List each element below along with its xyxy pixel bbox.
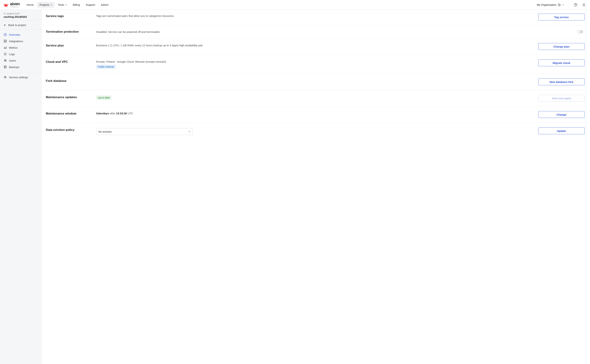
svg-rect-14 — [4, 40, 5, 41]
sidebar-item-label: Users — [9, 59, 16, 62]
termination-toggle[interactable] — [577, 30, 583, 33]
nav-admin[interactable]: Admin — [99, 2, 111, 8]
arrow-left-icon — [4, 24, 7, 26]
chevron-down-icon — [65, 4, 67, 6]
row-title: Maintenance updates — [46, 95, 96, 99]
row-desc: Europe, Poland - Google Cloud: Warsaw (e… — [96, 59, 538, 69]
sidebar-item-integrations[interactable]: Integrations — [0, 38, 42, 44]
maint-time: 13:33:30 — [116, 112, 127, 115]
row-fork-database: Fork database New database fork — [46, 74, 585, 90]
sidebar-item-label: Metrics — [9, 46, 18, 49]
tag-service-button[interactable]: Tag service — [538, 14, 585, 20]
svg-rect-6 — [559, 5, 560, 6]
row-title: Service plan — [46, 43, 96, 47]
sidebar-item-overview[interactable]: Overview — [0, 31, 42, 38]
eviction-select[interactable]: No eviction — [96, 128, 193, 135]
public-internet-badge: Public internet — [96, 65, 116, 69]
svg-point-21 — [5, 60, 5, 60]
row-data-eviction: Data eviction policy No eviction Update — [46, 123, 585, 140]
nav-home[interactable]: Home — [24, 2, 36, 8]
change-window-button[interactable]: Change — [538, 111, 585, 118]
migrate-cloud-button[interactable]: Migrate cloud — [538, 59, 585, 66]
sidebar-item-label: Service settings — [9, 76, 28, 79]
sidebar-item-backups[interactable]: Backups — [0, 64, 42, 70]
sidebar-item-service-settings[interactable]: Service settings — [0, 74, 42, 80]
svg-point-10 — [576, 5, 576, 6]
nav-support[interactable]: Support — [83, 2, 98, 8]
cloud-region: Europe, Poland - Google Cloud: Warsaw (e… — [96, 60, 534, 63]
sidebar-item-users[interactable]: Users — [0, 57, 42, 64]
sidebar-nav: Overview Integrations Metrics Logs — [0, 30, 42, 72]
row-termination-protection: Termination protection Disabled. Service… — [46, 25, 585, 39]
sidebar: project-2c67 caching-251d0202 Back to pr… — [0, 10, 42, 364]
row-maintenance-window: Maintenance window Saturdays after 13:33… — [46, 106, 585, 123]
svg-point-22 — [6, 60, 6, 60]
row-maintenance-updates: Maintenance updates Up-to-date View and … — [46, 90, 585, 106]
help-icon — [574, 3, 577, 7]
top-nav: aiven CONSOLE Home Projects Tools Billin… — [0, 0, 590, 10]
building-icon — [558, 3, 561, 6]
nav-projects[interactable]: Projects — [37, 2, 55, 8]
help-button[interactable] — [572, 2, 579, 8]
topnav-right: My Organization — [535, 2, 587, 8]
user-icon — [582, 3, 586, 7]
project-line: project-2c67 — [4, 12, 38, 15]
row-desc: Saturdays after 13:33:30 UTC — [96, 111, 538, 115]
svg-point-3 — [5, 5, 5, 5]
maint-after: after — [109, 112, 116, 115]
sidebar-header: project-2c67 caching-251d0202 — [0, 10, 42, 20]
row-title: Data eviction policy — [46, 127, 96, 132]
gauge-icon — [4, 33, 7, 36]
sidebar-settings-section: Service settings — [0, 72, 42, 82]
row-desc: Tags are name/value pairs that allow you… — [96, 14, 538, 17]
change-plan-button[interactable]: Change plan — [538, 43, 585, 50]
chevron-down-icon — [188, 130, 190, 133]
row-cloud-vpc: Cloud and VPC Europe, Poland - Google Cl… — [46, 55, 585, 74]
row-title: Termination protection — [46, 30, 96, 33]
folder-icon — [4, 12, 6, 15]
nav-billing[interactable]: Billing — [70, 2, 82, 8]
update-eviction-button[interactable]: Update — [538, 127, 585, 134]
svg-point-0 — [4, 4, 8, 6]
logs-icon — [4, 52, 7, 56]
nav-projects-label: Projects — [40, 3, 49, 6]
sidebar-item-label: Backups — [9, 65, 20, 69]
sidebar-item-label: Logs — [9, 52, 15, 56]
nav-items: Home Projects Tools Billing Support Admi… — [24, 2, 111, 8]
new-database-fork-button[interactable]: New database fork — [538, 78, 585, 85]
nav-tools[interactable]: Tools — [55, 2, 70, 8]
svg-point-16 — [6, 40, 7, 41]
nav-tools-label: Tools — [58, 3, 64, 6]
row-title: Maintenance window — [46, 111, 96, 115]
user-button[interactable] — [581, 2, 587, 8]
svg-point-17 — [4, 41, 5, 42]
maint-day: Saturdays — [96, 112, 109, 115]
row-title: Cloud and VPC — [46, 59, 96, 64]
back-to-project[interactable]: Back to project — [0, 20, 42, 30]
sidebar-item-metrics[interactable]: Metrics — [0, 44, 42, 51]
view-and-apply-button: View and apply — [538, 95, 585, 102]
sidebar-item-logs[interactable]: Logs — [0, 51, 42, 57]
row-service-plan: Service plan Business-1 (1 CPU, 1 GB RAM… — [46, 39, 585, 55]
svg-point-24 — [5, 77, 6, 78]
logo-icon — [3, 3, 9, 7]
org-label: My Organization — [537, 3, 557, 6]
sidebar-item-label: Integrations — [9, 40, 23, 43]
org-picker[interactable]: My Organization — [535, 2, 566, 7]
maint-tz: UTC — [127, 112, 133, 115]
svg-point-20 — [4, 55, 4, 55]
row-title: Service tags — [46, 14, 96, 18]
row-desc: Business-1 (1 CPU, 1 GB RAM, every 12 ho… — [96, 43, 538, 47]
back-label: Back to project — [8, 24, 26, 26]
svg-point-19 — [4, 54, 4, 54]
logo-word: aiven — [10, 2, 20, 6]
service-name: caching-251d0202 — [4, 15, 38, 18]
users-icon — [4, 59, 7, 62]
logo-subtitle: CONSOLE — [10, 6, 20, 7]
main-content[interactable]: Service tags Tags are name/value pairs t… — [42, 10, 590, 364]
logo[interactable]: aiven CONSOLE — [3, 2, 20, 7]
row-service-tags: Service tags Tags are name/value pairs t… — [46, 11, 585, 25]
project-name: project-2c67 — [7, 12, 20, 15]
gear-icon — [4, 76, 7, 79]
svg-point-23 — [4, 66, 6, 67]
